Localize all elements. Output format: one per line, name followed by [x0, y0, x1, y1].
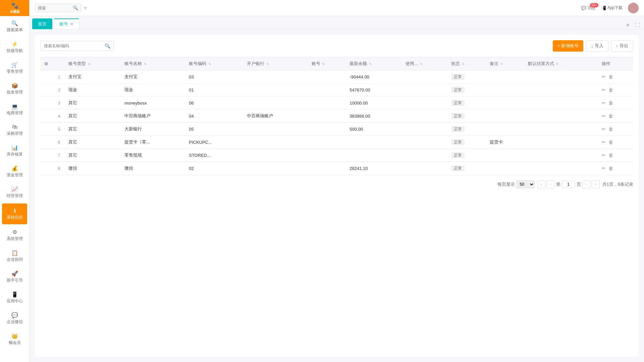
sidebar-item-search[interactable]: 🔍 搜索菜单 — [0, 16, 29, 37]
sidebar-item-purchase[interactable]: 🛍 采购管理 — [0, 120, 29, 140]
search-input[interactable] — [44, 44, 103, 48]
col-settlement[interactable]: 默认结算方式 ⇅ — [525, 57, 599, 70]
row-code: 05 — [186, 123, 244, 136]
export-button[interactable]: ↑ 导出 — [611, 40, 634, 52]
corp-agreement-icon: 📋 — [11, 250, 18, 256]
col-num — [52, 57, 66, 70]
row-balance: 547670.00 — [347, 83, 403, 97]
basic-info-icon: ℹ — [14, 207, 16, 214]
row-remark — [487, 162, 525, 175]
table-toolbar: 🔍 + 新增账号 ↓ 导入 ↑ 导出 — [40, 40, 633, 52]
app-download-button[interactable]: 📲 App下载 — [601, 5, 623, 11]
row-remark — [487, 110, 525, 123]
topbar-right: 💬 消息 99+ 📲 App下载 — [581, 3, 639, 13]
tabbar: 首页 账号 ✕ ✕ ⛶ — [30, 16, 644, 29]
row-code: 03 — [186, 70, 244, 83]
delete-icon[interactable]: 🗑 — [608, 126, 613, 132]
avatar[interactable] — [628, 3, 639, 13]
add-account-button[interactable]: + 新增账号 — [553, 40, 583, 52]
delete-icon[interactable]: 🗑 — [608, 153, 613, 158]
logo-icon: 🐾 — [11, 2, 18, 9]
wholesale-icon: 📦 — [11, 82, 18, 89]
edit-icon[interactable]: ✏ — [602, 166, 606, 171]
delete-icon[interactable]: 🗑 — [608, 139, 613, 145]
row-account-no — [309, 149, 347, 162]
logo-text: 乐惠版 — [10, 9, 20, 14]
sidebar-item-ecommerce[interactable]: 💻 电商管理 — [0, 99, 29, 120]
main-area: 🔍 ▾ 💬 消息 99+ 📲 App下载 首页 账号 ✕ ✕ — [30, 0, 644, 362]
app-download-label: App下载 — [607, 5, 623, 11]
edit-icon[interactable]: ✏ — [602, 113, 606, 119]
edit-icon[interactable]: ✏ — [602, 100, 606, 106]
col-usage[interactable]: 使用... ⇅ — [403, 57, 448, 70]
sidebar-item-wechat[interactable]: 💬 企业微信 — [0, 308, 29, 329]
sidebar-item-wholesale[interactable]: 📦 批发管理 — [0, 78, 29, 99]
purchase-icon: 🛍 — [12, 124, 17, 130]
edit-icon[interactable]: ✏ — [602, 74, 606, 79]
col-gear[interactable]: ⚙ — [40, 57, 52, 70]
col-remark[interactable]: 备注 ⇅ — [487, 57, 525, 70]
row-gear — [40, 162, 52, 175]
row-remark — [487, 70, 525, 83]
row-code: 04 — [186, 110, 244, 123]
last-page-button[interactable]: » — [592, 180, 600, 188]
edit-icon[interactable]: ✏ — [602, 153, 606, 158]
delete-icon[interactable]: 🗑 — [608, 166, 613, 171]
edit-icon[interactable]: ✏ — [602, 126, 606, 132]
page-nav: « ‹ 第 页 › » — [537, 180, 600, 188]
col-status[interactable]: 状态 ⇅ — [448, 57, 487, 70]
first-page-button[interactable]: « — [537, 180, 545, 188]
sidebar-item-finance[interactable]: 💰 资金管理 — [0, 161, 29, 182]
topbar-search-box[interactable]: 🔍 — [35, 4, 81, 12]
page-number-input[interactable] — [562, 181, 575, 188]
col-bank[interactable]: 开户银行 ⇅ — [244, 57, 309, 70]
row-actions: ✏ 🗑 — [599, 162, 633, 175]
next-page-button[interactable]: › — [582, 180, 590, 188]
sidebar-item-system[interactable]: ⚙ 系统管理 — [0, 225, 29, 246]
row-code: PICKUPC... — [186, 136, 244, 149]
sidebar-item-guide[interactable]: 🚀 新手引导 — [0, 266, 29, 287]
delete-icon[interactable]: 🗑 — [608, 87, 613, 93]
tab-account[interactable]: 账号 ✕ — [54, 18, 79, 29]
row-account-no — [309, 97, 347, 110]
sidebar-item-inventory[interactable]: 📊 库存核算 — [0, 140, 29, 161]
import-button[interactable]: ↓ 导入 — [586, 40, 608, 52]
row-bank — [244, 70, 309, 83]
page-size-dropdown[interactable]: 50 10 20 100 — [516, 180, 535, 188]
col-account-no[interactable]: 账号 ⇅ — [309, 57, 347, 70]
tab-home[interactable]: 首页 — [32, 18, 52, 29]
tab-close-icon[interactable]: ✕ — [70, 22, 73, 26]
sidebar-item-app-center[interactable]: 📱 应用中心 — [0, 287, 29, 308]
member-icon: 👑 — [11, 333, 18, 339]
sidebar-item-basic-info[interactable]: ℹ 基础信息 — [2, 203, 27, 224]
edit-icon[interactable]: ✏ — [602, 87, 606, 93]
col-name[interactable]: 账号名称 ⇅ — [122, 57, 186, 70]
message-button[interactable]: 💬 消息 99+ — [581, 5, 596, 11]
table-row: 7 其它 零售抵现 STORED... 正常 ✏ 🗑 — [40, 149, 633, 162]
col-type[interactable]: 账号类型 ⇅ — [66, 57, 122, 70]
col-balance[interactable]: 最新余额 ⇅ — [347, 57, 403, 70]
search-box[interactable]: 🔍 — [40, 41, 114, 51]
page-label-after: 页 — [577, 181, 581, 187]
sidebar-item-label: 经营管理 — [7, 193, 23, 199]
sidebar-item-quick-nav[interactable]: ⚡ 快捷导航 — [0, 37, 29, 58]
topbar-search-input[interactable] — [38, 6, 71, 10]
maximize-button[interactable]: ⛶ — [633, 21, 641, 29]
sidebar-item-retail[interactable]: 🛒 零售管理 — [0, 58, 29, 78]
topbar-divider: ▾ — [84, 4, 87, 12]
delete-icon[interactable]: 🗑 — [608, 100, 613, 106]
app-center-icon: 📱 — [11, 291, 18, 298]
sidebar-item-corp-agreement[interactable]: 📋 企业协同 — [0, 246, 29, 266]
col-action: 操作 — [599, 57, 633, 70]
edit-icon[interactable]: ✏ — [602, 139, 606, 145]
col-code[interactable]: 账号编码 ⇅ — [186, 57, 244, 70]
table-row: 8 微信 微信 02 28241.10 正常 ✏ 🗑 — [40, 162, 633, 175]
row-gear — [40, 83, 52, 97]
row-name: 中百商场账户 — [122, 110, 186, 123]
delete-icon[interactable]: 🗑 — [608, 113, 613, 119]
sidebar-item-member[interactable]: 👑 畅会员 — [0, 329, 29, 350]
sidebar-item-operations[interactable]: 📈 经营管理 — [0, 182, 29, 203]
delete-icon[interactable]: 🗑 — [608, 74, 613, 79]
close-tab-button[interactable]: ✕ — [624, 21, 632, 29]
prev-page-button[interactable]: ‹ — [547, 180, 555, 188]
